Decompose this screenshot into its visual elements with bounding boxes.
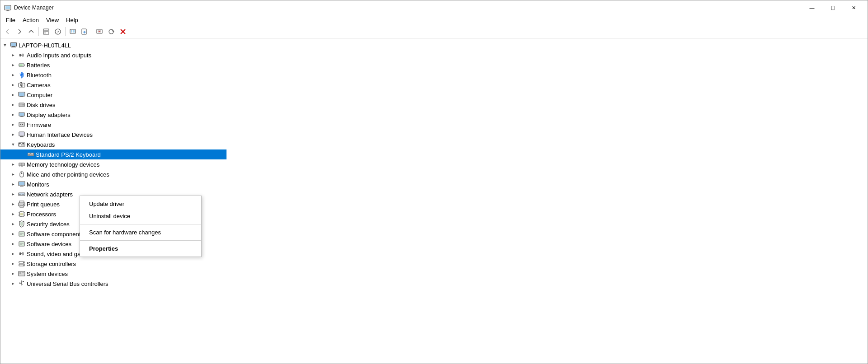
monitors-label: Monitors <box>27 181 49 188</box>
cameras-expand-icon[interactable]: ► <box>9 81 17 89</box>
svg-rect-44 <box>19 113 24 116</box>
bluetooth-expand-icon[interactable]: ► <box>9 71 17 79</box>
keyboard-item-icon <box>27 151 34 158</box>
svg-rect-37 <box>20 96 23 97</box>
system-expand-icon[interactable]: ► <box>9 270 17 277</box>
remove-button[interactable] <box>118 26 128 37</box>
memory-expand-icon[interactable]: ► <box>9 161 17 168</box>
ctx-properties[interactable]: Properties <box>80 243 201 255</box>
svg-rect-27 <box>19 54 21 56</box>
ctx-update-driver[interactable]: Update driver <box>80 198 201 210</box>
tree-item-disk[interactable]: ► Disk drives <box>0 100 226 110</box>
tree-item-system[interactable]: ► System devices <box>0 269 226 279</box>
ctx-separator-2 <box>80 240 201 241</box>
svg-rect-61 <box>23 145 24 145</box>
audio-label: Audio inputs and outputs <box>27 52 91 59</box>
show-hide-button[interactable] <box>67 26 78 37</box>
monitors-expand-icon[interactable]: ► <box>9 181 17 188</box>
tree-item-storage[interactable]: ► Storage controllers <box>0 259 226 269</box>
security-expand-icon[interactable]: ► <box>9 220 17 228</box>
forward-button[interactable] <box>14 26 25 37</box>
tree-item-audio[interactable]: ► Audio inputs and outputs <box>0 50 226 60</box>
help-button[interactable]: ? <box>52 26 63 37</box>
tree-item-computer[interactable]: ► Computer <box>0 90 226 100</box>
menu-help[interactable]: Help <box>62 16 82 24</box>
display-expand-icon[interactable]: ► <box>9 111 17 118</box>
disk-expand-icon[interactable]: ► <box>9 101 17 108</box>
tree-item-keyboards[interactable]: ▼ Keyboards <box>0 140 226 149</box>
firmware-expand-icon[interactable]: ► <box>9 121 17 128</box>
svg-rect-53 <box>20 136 24 137</box>
monitors-icon <box>18 181 25 188</box>
usb-expand-icon[interactable]: ► <box>9 280 17 287</box>
print-expand-icon[interactable]: ► <box>9 201 17 208</box>
menu-view[interactable]: View <box>42 16 62 24</box>
svg-rect-58 <box>23 143 24 144</box>
minimize-button[interactable]: — <box>802 0 822 15</box>
display-label: Display adapters <box>27 112 71 118</box>
software-devices-expand-icon[interactable]: ► <box>9 240 17 247</box>
hid-expand-icon[interactable]: ► <box>9 131 17 138</box>
svg-rect-72 <box>20 163 20 166</box>
tree-item-mice[interactable]: ► Mice and other pointing devices <box>0 169 226 179</box>
uninstall-button[interactable] <box>94 26 105 37</box>
system-label: System devices <box>27 271 68 277</box>
audio-expand-icon[interactable]: ► <box>9 51 17 59</box>
svg-rect-89 <box>23 194 24 195</box>
ctx-scan[interactable]: Scan for hardware changes <box>80 226 201 238</box>
tree-item-hid[interactable]: ► Human Interface Devices <box>0 130 226 140</box>
up-button[interactable] <box>26 26 37 37</box>
keyboards-expand-icon[interactable]: ▼ <box>9 141 17 148</box>
keyboard-item-label: Standard PS/2 Keyboard <box>36 151 101 158</box>
mice-label: Mice and other pointing devices <box>27 171 109 178</box>
svg-point-120 <box>23 262 24 263</box>
svg-rect-60 <box>21 145 23 145</box>
software-components-expand-icon[interactable]: ► <box>9 230 17 238</box>
properties-button[interactable] <box>41 26 52 37</box>
ctx-uninstall-device[interactable]: Uninstall device <box>80 210 201 222</box>
mice-expand-icon[interactable]: ► <box>9 171 17 178</box>
network-expand-icon[interactable]: ► <box>9 191 17 198</box>
svg-rect-82 <box>21 186 23 186</box>
storage-icon <box>18 260 25 267</box>
svg-rect-36 <box>19 93 24 96</box>
tree-item-batteries[interactable]: ► Batteries <box>0 60 226 70</box>
processors-expand-icon[interactable]: ► <box>9 210 17 218</box>
menu-file[interactable]: File <box>2 16 19 24</box>
tree-item-memory[interactable]: ► Memory technology devices <box>0 159 226 169</box>
computer-expand-icon[interactable]: ► <box>9 91 17 98</box>
software-devices-label: Software devices <box>27 241 71 247</box>
security-icon <box>18 220 25 228</box>
svg-rect-46 <box>20 117 24 117</box>
tree-root[interactable]: ▼ LAPTOP-HL0TL4LL <box>0 40 226 50</box>
batteries-expand-icon[interactable]: ► <box>9 61 17 69</box>
svg-rect-65 <box>31 153 32 154</box>
keyboards-label: Keyboards <box>27 141 55 148</box>
tree-item-firmware[interactable]: ► Firmware <box>0 120 226 130</box>
svg-rect-29 <box>19 65 23 65</box>
tree-item-bluetooth[interactable]: ► Bluetooth <box>0 70 226 80</box>
scan-button[interactable] <box>106 26 117 37</box>
svg-rect-67 <box>28 154 29 155</box>
root-expand-icon[interactable]: ▼ <box>1 42 9 49</box>
tree-item-keyboard-item[interactable]: ► Standard PS/2 Keyboard <box>0 149 226 159</box>
tree-item-cameras[interactable]: ► Cameras <box>0 80 226 90</box>
tree-item-display[interactable]: ► Display adapters <box>0 110 226 120</box>
svg-rect-74 <box>23 163 23 166</box>
svg-rect-52 <box>19 132 24 135</box>
mice-icon <box>18 171 25 178</box>
restore-button[interactable]: ⎕ <box>822 0 843 15</box>
storage-expand-icon[interactable]: ► <box>9 260 17 267</box>
menu-action[interactable]: Action <box>19 16 42 24</box>
svg-rect-117 <box>19 252 21 255</box>
back-button[interactable] <box>2 26 13 37</box>
close-button[interactable]: ✕ <box>843 0 864 15</box>
sound-expand-icon[interactable]: ► <box>9 250 17 257</box>
tree-item-usb[interactable]: ► Universal Serial Bus controllers <box>0 279 226 289</box>
new-button[interactable] <box>79 26 90 37</box>
tree-item-monitors[interactable]: ► Monitors <box>0 179 226 189</box>
toolbar: ? <box>0 25 868 38</box>
root-label: LAPTOP-HL0TL4LL <box>19 42 71 49</box>
svg-rect-24 <box>11 43 16 46</box>
svg-rect-2 <box>7 10 9 11</box>
